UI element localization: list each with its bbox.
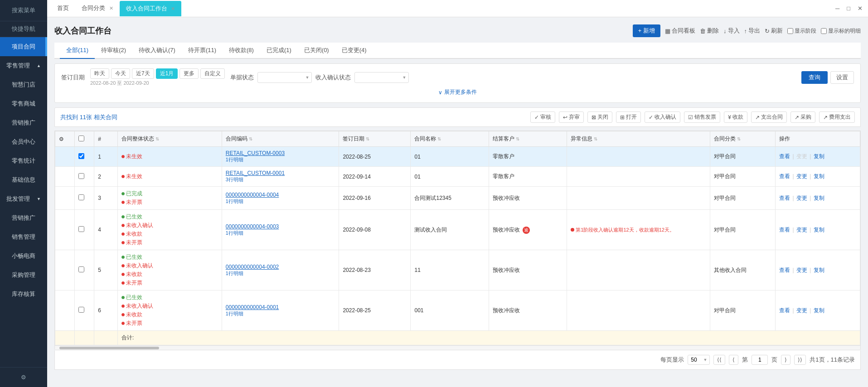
date-btn-custom[interactable]: 自定义 xyxy=(200,68,225,79)
col-sign-date[interactable]: 签订日期⇅ xyxy=(339,131,411,147)
status-tab-pending-confirm[interactable]: 待收入确认(7) xyxy=(132,43,182,59)
change-link[interactable]: 变更 xyxy=(796,195,807,201)
change-link[interactable]: 变更 xyxy=(796,227,807,233)
select-all-checkbox[interactable] xyxy=(78,135,84,141)
col-checkbox[interactable] xyxy=(75,131,94,147)
sidebar-item-purchase[interactable]: 采购管理 xyxy=(0,266,47,285)
close-btn[interactable]: ✕ xyxy=(856,5,864,12)
show-detail-checkbox[interactable] xyxy=(821,28,827,34)
sidebar-item-retail-mgr[interactable]: 零售管理 ▲ xyxy=(0,56,47,75)
scroll-bar-area[interactable] xyxy=(55,345,860,350)
copy-link[interactable]: 复制 xyxy=(814,307,824,314)
refresh-btn[interactable]: ↻ 刷新 xyxy=(765,27,783,35)
out-contract-btn[interactable]: ↗ 支出合同 xyxy=(751,111,787,123)
status-tab-pending-invoice[interactable]: 待开票(11) xyxy=(182,43,223,59)
date-btn-today[interactable]: 今天 xyxy=(111,68,130,79)
view-link[interactable]: 查看 xyxy=(779,173,790,179)
cell-checkbox[interactable] xyxy=(75,250,94,290)
status-tab-all[interactable]: 全部(11) xyxy=(60,43,95,59)
date-btn-more[interactable]: 更多 xyxy=(179,68,199,79)
sidebar-item-marketing[interactable]: 营销推广 xyxy=(0,113,47,132)
contract-code-link[interactable]: RETAIL_CUSTOM-0001 xyxy=(226,170,285,176)
copy-link[interactable]: 复制 xyxy=(814,267,824,273)
sidebar-item-project[interactable]: 项目合同 xyxy=(0,37,47,56)
status-tab-pending-review[interactable]: 待审核(2) xyxy=(95,43,132,59)
expand-more-btn[interactable]: ∨ 展开更多条件 xyxy=(61,87,854,98)
abandon-audit-btn[interactable]: ↩ 弃审 xyxy=(559,111,584,123)
status-tab-pending-receipt[interactable]: 待收款(8) xyxy=(223,43,260,59)
sidebar-item-smart-store[interactable]: 智慧门店 xyxy=(0,75,47,94)
status-tab-completed[interactable]: 已完成(1) xyxy=(260,43,298,59)
receipt-btn[interactable]: ¥ 收款 xyxy=(724,111,747,123)
next-page-btn[interactable]: ⟩ xyxy=(781,355,790,365)
prev-page-btn[interactable]: ⟨ xyxy=(729,355,738,365)
row-checkbox[interactable] xyxy=(78,226,84,232)
row-checkbox[interactable] xyxy=(78,153,84,159)
sales-invoice-btn[interactable]: ☑ 销售发票 xyxy=(684,111,720,123)
sidebar-item-inventory[interactable]: 库存核算 xyxy=(0,285,47,304)
contract-code-link[interactable]: 0000000000004-0002 xyxy=(226,264,279,270)
contract-code-link[interactable]: RETAIL_CUSTOM-0003 xyxy=(226,150,285,156)
delete-btn[interactable]: 🗑 删除 xyxy=(700,27,719,35)
row-checkbox[interactable] xyxy=(78,173,84,179)
tab-contract-cat-close[interactable]: ✕ xyxy=(109,5,113,11)
copy-link[interactable]: 复制 xyxy=(814,173,824,179)
view-link[interactable]: 查看 xyxy=(779,267,790,273)
date-btn-7days[interactable]: 近7天 xyxy=(132,68,154,79)
setting-button[interactable]: 设置 xyxy=(830,71,854,84)
sidebar-item-member[interactable]: 会员中心 xyxy=(0,132,47,151)
query-button[interactable]: 查询 xyxy=(801,71,828,84)
maximize-btn[interactable]: □ xyxy=(845,5,852,12)
cell-checkbox[interactable] xyxy=(75,187,94,210)
export-btn[interactable]: ↑ 导出 xyxy=(744,27,761,35)
expense-btn[interactable]: ↗ 费用支出 xyxy=(819,111,855,123)
sidebar-item-ecommerce[interactable]: 小畅电商 xyxy=(0,247,47,266)
sidebar-item-marketing2[interactable]: 营销推广 xyxy=(0,208,47,227)
scroll-bar-thumb[interactable] xyxy=(59,347,159,349)
change-link[interactable]: 变更 xyxy=(796,307,807,314)
tab-income-contract-close[interactable]: ✕ xyxy=(171,6,175,11)
date-btn-yesterday[interactable]: 昨天 xyxy=(90,68,109,79)
col-settle-customer[interactable]: 结算客户⇅ xyxy=(489,131,567,147)
view-link[interactable]: 查看 xyxy=(779,307,790,314)
change-link[interactable]: 变更 xyxy=(796,173,807,179)
view-link[interactable]: 查看 xyxy=(779,195,790,201)
contract-board-btn[interactable]: ▦ 合同看板 xyxy=(665,27,695,35)
col-contract-code[interactable]: 合同编码⇅ xyxy=(222,131,339,147)
sidebar-settings[interactable]: ⚙ xyxy=(0,367,47,387)
cell-checkbox[interactable] xyxy=(75,210,94,250)
sidebar-item-retail-mall[interactable]: 零售商城 xyxy=(0,94,47,113)
col-contract-name[interactable]: 合同名称⇅ xyxy=(411,131,489,147)
income-confirm-select[interactable] xyxy=(354,72,409,83)
col-overall-status[interactable]: 合同整体状态⇅ xyxy=(117,131,222,147)
contract-code-link[interactable]: 0000000000004-0001 xyxy=(226,304,279,310)
first-page-btn[interactable]: ⟨⟨ xyxy=(713,355,725,365)
cell-checkbox[interactable] xyxy=(75,290,94,331)
close-contract-btn[interactable]: ⊠ 关闭 xyxy=(587,111,612,123)
status-tab-changed[interactable]: 已变更(4) xyxy=(335,43,373,59)
copy-link[interactable]: 复制 xyxy=(814,227,824,233)
sidebar-item-retail-stats[interactable]: 零售统计 xyxy=(0,151,47,170)
date-btn-1month[interactable]: 近1月 xyxy=(156,68,178,79)
show-stage-checkbox[interactable] xyxy=(787,28,793,34)
income-confirm-btn[interactable]: ✓ 收入确认 xyxy=(645,111,680,123)
cell-checkbox[interactable] xyxy=(75,167,94,187)
change-link[interactable]: 变更 xyxy=(796,267,807,273)
row-checkbox[interactable] xyxy=(78,307,84,313)
cell-checkbox[interactable] xyxy=(75,147,94,167)
view-link[interactable]: 查看 xyxy=(779,227,790,233)
sidebar-quicknav[interactable]: 快捷导航 xyxy=(0,21,47,37)
row-checkbox[interactable] xyxy=(78,266,84,272)
page-number-input[interactable] xyxy=(752,355,768,365)
col-exception-info[interactable]: 异常信息⇅ xyxy=(567,131,710,147)
tab-contract-cat[interactable]: 合同分类 ✕ xyxy=(75,0,120,17)
last-page-btn[interactable]: ⟩⟩ xyxy=(794,355,806,365)
copy-link[interactable]: 复制 xyxy=(814,195,824,201)
audit-btn[interactable]: ✓ 审核 xyxy=(530,111,555,123)
sidebar-search[interactable]: 搜索菜单 xyxy=(0,0,47,21)
import-btn[interactable]: ↓ 导入 xyxy=(723,27,740,35)
page-size-select[interactable]: 50 20 100 xyxy=(688,355,710,365)
row-checkbox[interactable] xyxy=(78,194,84,200)
copy-link[interactable]: 复制 xyxy=(814,153,824,160)
col-contract-type[interactable]: 合同分类⇅ xyxy=(710,131,776,147)
